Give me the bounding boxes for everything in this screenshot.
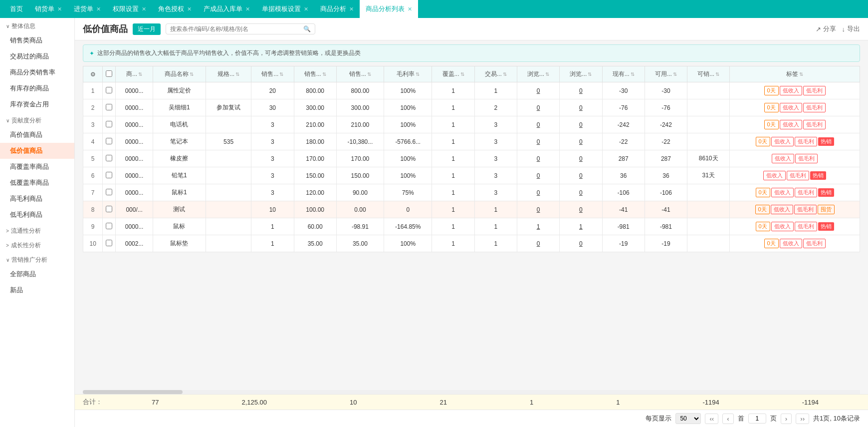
col-browse2[interactable]: 浏览...⇅ [560,66,602,82]
browse-link[interactable]: 0 [537,155,540,162]
browse-link[interactable]: 1 [537,223,540,230]
browse-link[interactable]: 0 [579,121,583,128]
sidebar-group-contribution[interactable]: ∨ 贡献度分析 [0,112,74,127]
row-gear[interactable]: 10 [83,235,103,252]
row-browse1[interactable]: 0 [517,235,559,252]
browse-link[interactable]: 0 [537,206,540,213]
sidebar-item-high-value[interactable]: 高价值商品 [0,127,74,143]
nav-template[interactable]: 单据模板设置✕ [256,0,314,18]
col-gross-rate[interactable]: 毛利率⇅ [384,66,432,82]
row-checkbox[interactable] [106,121,112,127]
row-checkbox[interactable] [106,172,112,178]
browse-link[interactable]: 0 [537,121,540,128]
close-icon[interactable]: ✕ [142,6,146,12]
horizontal-scrollbar[interactable] [83,390,860,394]
row-gear[interactable]: 4 [83,133,103,150]
share-button[interactable]: ↗ 分享 [816,24,836,33]
prev-page-button[interactable]: ‹ [722,414,733,424]
next-page-button[interactable]: › [781,414,792,424]
col-spec[interactable]: 规格...⇅ [206,66,251,82]
sidebar-item-traded-products[interactable]: 交易过的商品 [0,48,74,64]
row-browse1[interactable]: 0 [517,150,559,167]
nav-sales[interactable]: 销货单✕ [29,0,68,18]
browse-link[interactable]: 1 [579,223,583,230]
sidebar-item-inventory-capital[interactable]: 库存资金占用 [0,96,74,112]
close-icon[interactable]: ✕ [57,6,62,12]
nav-purchase[interactable]: 进货单✕ [68,0,107,18]
sidebar-item-high-coverage[interactable]: 高覆盖率商品 [0,159,74,175]
first-page-button[interactable]: ‹‹ [705,414,718,424]
nav-role[interactable]: 角色授权✕ [152,0,198,18]
col-gear[interactable]: ⚙ [83,66,103,82]
close-icon[interactable]: ✕ [96,6,101,12]
col-current[interactable]: 现有...⇅ [602,66,645,82]
row-gear[interactable]: 6 [83,167,103,184]
sidebar-group-growth[interactable]: > 成长性分析 [0,237,74,252]
row-browse1[interactable]: 0 [517,116,559,133]
sidebar-item-low-coverage[interactable]: 低覆盖率商品 [0,175,74,191]
browse-link[interactable]: 0 [579,87,583,94]
col-sales-price[interactable]: 销售...⇅ [294,66,336,82]
browse-link[interactable]: 0 [579,138,583,145]
row-checkbox[interactable] [106,189,112,195]
row-gear[interactable]: 8 [83,201,103,218]
row-gear[interactable]: 1 [83,82,103,99]
browse-link[interactable]: 0 [537,240,540,247]
row-browse1[interactable]: 0 [517,82,559,99]
filter-period-button[interactable]: 近一月 [133,23,161,35]
col-coverage[interactable]: 覆盖...⇅ [432,66,474,82]
nav-home[interactable]: 首页 [4,0,29,18]
row-checkbox[interactable] [106,138,112,144]
col-trade[interactable]: 交易...⇅ [474,66,517,82]
col-sales-qty[interactable]: 销售...⇅ [251,66,294,82]
browse-link[interactable]: 0 [537,172,540,179]
browse-link[interactable]: 0 [579,240,583,247]
col-sales-amount[interactable]: 销售...⇅ [336,66,384,82]
row-gear[interactable]: 9 [83,218,103,235]
row-checkbox[interactable] [106,87,112,93]
nav-product-analysis-list[interactable]: 商品分析列表✕ [360,0,418,18]
sidebar-item-high-margin[interactable]: 高毛利商品 [0,191,74,207]
sidebar-group-marketing[interactable]: ∨ 营销推广分析 [0,252,74,266]
row-checkbox[interactable] [106,104,112,110]
row-checkbox[interactable] [106,206,112,212]
close-icon[interactable]: ✕ [304,6,308,12]
row-browse1[interactable]: 1 [517,218,559,235]
browse-link[interactable]: 0 [579,206,583,213]
sidebar-item-all-products[interactable]: 全部商品 [0,266,74,282]
row-browse1[interactable]: 0 [517,184,559,201]
browse-link[interactable]: 0 [579,172,583,179]
search-input[interactable] [170,25,300,32]
col-tags[interactable]: 标签⇅ [730,66,860,82]
sidebar-item-category-rate[interactable]: 商品分类销售率 [0,64,74,80]
row-browse1[interactable]: 0 [517,167,559,184]
row-browse1[interactable]: 0 [517,99,559,116]
page-number-input[interactable] [748,414,766,424]
select-all-checkbox[interactable] [106,70,112,77]
sidebar-item-low-margin[interactable]: 低毛利商品 [0,207,74,223]
row-browse1[interactable]: 0 [517,133,559,150]
row-checkbox[interactable] [106,223,112,229]
col-check[interactable] [103,66,116,82]
sidebar-item-low-value[interactable]: 低价值商品 [0,143,74,159]
col-browse1[interactable]: 浏览...⇅ [517,66,559,82]
sidebar-item-new-products[interactable]: 新品 [0,282,74,298]
browse-link[interactable]: 0 [579,104,583,111]
close-icon[interactable]: ✕ [408,6,412,12]
sidebar-group-circulation[interactable]: > 流通性分析 [0,223,74,237]
export-button[interactable]: ↓ 导出 [842,24,861,33]
col-code[interactable]: 商...⇅ [116,66,153,82]
browse-link[interactable]: 0 [537,104,540,111]
nav-permission[interactable]: 权限设置✕ [107,0,152,18]
browse-link[interactable]: 0 [537,138,540,145]
col-available[interactable]: 可用...⇅ [645,66,687,82]
close-icon[interactable]: ✕ [245,6,250,12]
row-gear[interactable]: 2 [83,99,103,116]
nav-product-stock[interactable]: 产成品入库单✕ [198,0,256,18]
browse-link[interactable]: 0 [579,155,583,162]
row-browse1[interactable]: 0 [517,201,559,218]
last-page-button[interactable]: ›› [796,414,809,424]
browse-link[interactable]: 0 [579,189,583,196]
page-size-select[interactable]: 50 100 200 [675,413,701,424]
browse-link[interactable]: 0 [537,87,540,94]
